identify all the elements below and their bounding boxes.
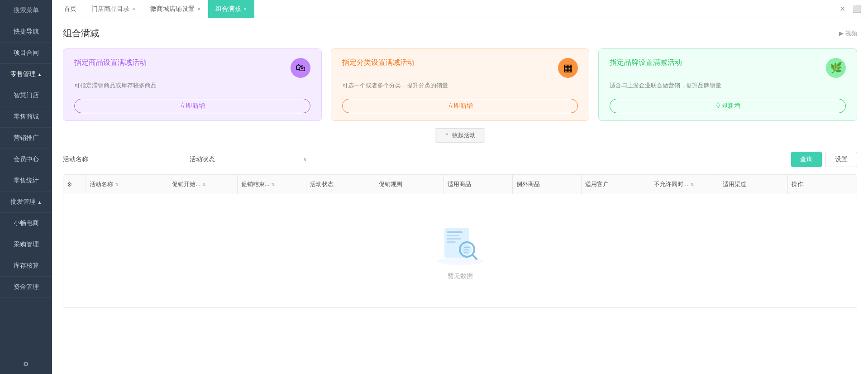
activity-status-select-wrapper: ∨ bbox=[219, 154, 309, 165]
svg-rect-3 bbox=[447, 235, 459, 236]
video-label: 视频 bbox=[845, 29, 857, 38]
tab-bar: 首页门店商品目录×微商城店铺设置×组合满减× ✕ ⬜ bbox=[52, 0, 868, 18]
card-desc-product-card: 可指定滞销商品或库存较多商品 bbox=[74, 82, 310, 91]
cards-row: 指定商品设置满减活动🛍可指定滞销商品或库存较多商品立即新增指定分类设置满减活动▦… bbox=[63, 48, 857, 121]
tab-home[interactable]: 首页 bbox=[57, 0, 84, 18]
page-header: 组合满减 ▶ 视频 bbox=[63, 27, 857, 39]
sidebar-item-smart-store[interactable]: 智慧门店 bbox=[0, 85, 52, 106]
card-title-category-card: 指定分类设置满减活动 bbox=[342, 58, 558, 67]
card-header-brand-card: 指定品牌设置满减活动🌿 bbox=[610, 58, 846, 78]
sort-icon-promo-end: ⇅ bbox=[271, 182, 275, 187]
card-title-product-card: 指定商品设置满减活动 bbox=[74, 58, 291, 67]
sort-icon-promo-start: ⇅ bbox=[202, 182, 206, 187]
sidebar-item-retail-stats[interactable]: 零售统计 bbox=[0, 170, 52, 192]
tab-close-combo-discount[interactable]: × bbox=[243, 6, 247, 12]
table-header: ⚙活动名称⇅促销开始...⇅促销结束...⇅活动状态促销规则适用商品例外商品适用… bbox=[63, 175, 857, 194]
collapse-button[interactable]: ⌃ 收起活动 bbox=[435, 128, 485, 143]
svg-rect-5 bbox=[447, 241, 456, 243]
th-applicable-goods: 适用商品 bbox=[444, 175, 513, 194]
th-excluded-goods: 例外商品 bbox=[513, 175, 582, 194]
card-btn-brand-card[interactable]: 立即新增 bbox=[610, 99, 846, 113]
tab-wechat-store[interactable]: 微商城店铺设置× bbox=[143, 0, 208, 18]
main-area: 首页门店商品目录×微商城店铺设置×组合满减× ✕ ⬜ 组合满减 ▶ 视频 指定商… bbox=[52, 0, 868, 374]
card-title-brand-card: 指定品牌设置满减活动 bbox=[610, 58, 826, 67]
settings-button[interactable]: 设置 bbox=[825, 152, 857, 167]
th-activity-name[interactable]: 活动名称⇅ bbox=[86, 175, 168, 194]
sidebar-item-quick-nav[interactable]: 快捷导航 bbox=[0, 21, 52, 43]
query-button[interactable]: 查询 bbox=[791, 152, 822, 167]
activity-status-field: 活动状态 ∨ bbox=[190, 154, 309, 165]
tab-close-wechat-store[interactable]: × bbox=[197, 6, 200, 12]
sidebar-item-xiaochangec[interactable]: 小畅电商 bbox=[0, 213, 52, 234]
search-bar: 活动名称 活动状态 ∨ 查询 设置 bbox=[63, 152, 857, 167]
th-settings: ⚙ bbox=[63, 175, 86, 194]
card-category-card: 指定分类设置满减活动▦可选一个或者多个分类，提升分类的销量立即新增 bbox=[331, 48, 590, 121]
card-header-category-card: 指定分类设置满减活动▦ bbox=[342, 58, 578, 78]
th-promo-start[interactable]: 促销开始...⇅ bbox=[168, 175, 237, 194]
tab-store-catalog[interactable]: 门店商品目录× bbox=[84, 0, 143, 18]
th-operation: 操作 bbox=[788, 175, 857, 194]
maximize-window-button[interactable]: ⬜ bbox=[851, 4, 863, 14]
th-applicable-customer: 适用客户 bbox=[582, 175, 650, 194]
card-icon-category-card: ▦ bbox=[558, 58, 578, 78]
activity-name-input[interactable] bbox=[92, 154, 182, 165]
svg-rect-4 bbox=[447, 238, 461, 240]
sidebar-item-wholesale-mgmt[interactable]: 批发管理▲ bbox=[0, 192, 52, 213]
sort-icon-not-allow-concurrent: ⇅ bbox=[690, 182, 694, 187]
table-container: ⚙活动名称⇅促销开始...⇅促销结束...⇅活动状态促销规则适用商品例外商品适用… bbox=[63, 174, 857, 308]
sidebar: 搜索菜单 快捷导航项目合同零售管理▲智慧门店零售商城营销推广会员中心零售统计批发… bbox=[0, 0, 52, 374]
search-actions: 查询 设置 bbox=[791, 152, 857, 167]
activity-status-label: 活动状态 bbox=[190, 155, 215, 163]
tab-close-store-catalog[interactable]: × bbox=[132, 6, 135, 12]
sidebar-item-finance[interactable]: 资金管理 bbox=[0, 277, 52, 298]
th-applicable-channel: 适用渠道 bbox=[719, 175, 788, 194]
tab-label-combo-discount: 组合满减 bbox=[215, 5, 241, 13]
sidebar-item-member-center[interactable]: 会员中心 bbox=[0, 149, 52, 170]
sidebar-item-retail-mgmt[interactable]: 零售管理▲ bbox=[0, 64, 52, 85]
sort-icon-activity-name: ⇅ bbox=[115, 182, 119, 187]
video-link[interactable]: ▶ 视频 bbox=[839, 29, 857, 38]
card-icon-brand-card: 🌿 bbox=[826, 58, 846, 78]
collapse-label: 收起活动 bbox=[452, 131, 476, 139]
th-promo-rule: 促销规则 bbox=[375, 175, 444, 194]
page-title: 组合满减 bbox=[63, 27, 99, 39]
th-activity-status: 活动状态 bbox=[306, 175, 375, 194]
play-icon: ▶ bbox=[839, 30, 844, 37]
collapse-icon: ⌃ bbox=[444, 132, 449, 139]
tab-label-home: 首页 bbox=[64, 5, 76, 13]
tab-label-store-catalog: 门店商品目录 bbox=[91, 5, 129, 13]
svg-rect-2 bbox=[447, 231, 463, 233]
tab-actions: ✕ ⬜ bbox=[838, 4, 863, 14]
sidebar-item-procurement[interactable]: 采购管理 bbox=[0, 234, 52, 255]
collapse-row: ⌃ 收起活动 bbox=[63, 128, 857, 143]
card-header-product-card: 指定商品设置满减活动🛍 bbox=[74, 58, 310, 78]
sidebar-item-retail-mall[interactable]: 零售商城 bbox=[0, 106, 52, 128]
card-product-card: 指定商品设置满减活动🛍可指定滞销商品或库存较多商品立即新增 bbox=[63, 48, 322, 121]
sidebar-settings[interactable]: ⚙ bbox=[0, 354, 52, 374]
card-desc-category-card: 可选一个或者多个分类，提升分类的销量 bbox=[342, 82, 578, 91]
gear-icon: ⚙ bbox=[23, 360, 29, 368]
sidebar-item-marketing[interactable]: 营销推广 bbox=[0, 128, 52, 149]
card-brand-card: 指定品牌设置满减活动🌿适合与上游企业联合做营销，提升品牌销量立即新增 bbox=[598, 48, 857, 121]
th-not-allow-concurrent[interactable]: 不允许同时...⇅ bbox=[650, 175, 719, 194]
sidebar-search[interactable]: 搜索菜单 bbox=[0, 0, 52, 21]
card-btn-category-card[interactable]: 立即新增 bbox=[342, 99, 578, 113]
chevron-icon: ▲ bbox=[38, 72, 42, 77]
card-btn-product-card[interactable]: 立即新增 bbox=[74, 99, 310, 113]
tab-label-wechat-store: 微商城店铺设置 bbox=[150, 5, 195, 13]
sidebar-item-project-contract[interactable]: 项目合同 bbox=[0, 43, 52, 64]
empty-illustration bbox=[433, 221, 487, 267]
card-desc-brand-card: 适合与上游企业联合做营销，提升品牌销量 bbox=[610, 82, 846, 91]
close-window-button[interactable]: ✕ bbox=[838, 4, 847, 14]
activity-name-label: 活动名称 bbox=[63, 155, 88, 163]
chevron-icon: ▲ bbox=[38, 200, 42, 205]
tab-combo-discount[interactable]: 组合满减× bbox=[208, 0, 254, 18]
content-area: 组合满减 ▶ 视频 指定商品设置满减活动🛍可指定滞销商品或库存较多商品立即新增指… bbox=[52, 18, 868, 374]
sidebar-item-inventory[interactable]: 库存核算 bbox=[0, 255, 52, 277]
activity-name-field: 活动名称 bbox=[63, 154, 182, 165]
th-promo-end[interactable]: 促销结束...⇅ bbox=[238, 175, 306, 194]
empty-text: 暂无数据 bbox=[448, 272, 473, 280]
activity-status-select[interactable] bbox=[219, 154, 309, 165]
card-icon-product-card: 🛍 bbox=[291, 58, 310, 78]
empty-state: 暂无数据 bbox=[63, 194, 857, 307]
